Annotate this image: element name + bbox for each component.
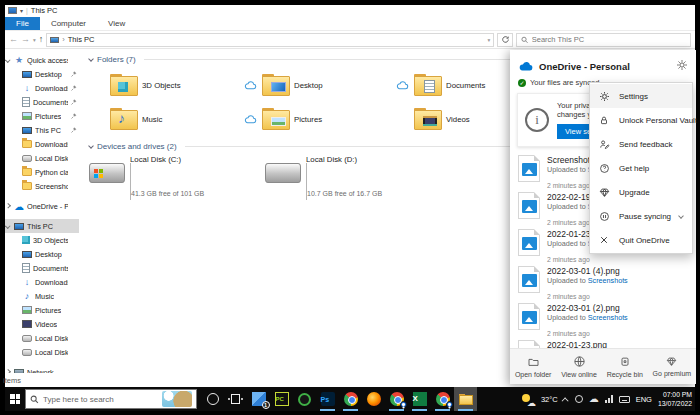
sidebar-item-label: Videos [35, 320, 57, 329]
sidebar-item-onedrive-personal[interactable]: OneDrive - Personal [5, 199, 79, 213]
taskbar-task-view-button[interactable] [224, 387, 247, 411]
tree-chevron-icon[interactable] [5, 223, 10, 228]
submenu-chevron-icon [678, 213, 684, 219]
menu-item-quit-onedrive[interactable]: Quit OneDrive [590, 228, 692, 252]
sidebar-item-screenshots[interactable]: Screenshots [5, 179, 79, 193]
activity-item[interactable]: 2022-03-01 (4).png Uploaded to Screensho… [510, 261, 696, 298]
action-view-online[interactable]: View online [561, 355, 597, 378]
search-highlight-graphic[interactable] [162, 391, 192, 407]
taskbar-pc-app[interactable]: PC [270, 387, 293, 411]
sidebar-item-quick-access[interactable]: Quick access [5, 53, 79, 67]
address-dropdown-icon[interactable]: ▾ [488, 37, 491, 43]
folder-tile-pictures[interactable]: Pictures [241, 102, 393, 136]
onedrive-settings-gear[interactable] [676, 57, 688, 75]
collapse-chevron-icon[interactable] [88, 143, 94, 149]
sidebar-item-downloads[interactable]: Downloads [5, 81, 79, 95]
search-icon [521, 36, 528, 44]
ribbon-tab-file[interactable]: File [5, 17, 40, 30]
action-open-folder[interactable]: Open folder [515, 356, 552, 378]
drive-tile-local-disk-d[interactable]: Local Disk (D:) 10.7 GB free of 16.7 GB [265, 155, 441, 200]
onedrive-tray-icon[interactable]: ☁ [589, 394, 599, 404]
quick-access-toolbar-dropdown[interactable]: ▾ [20, 7, 23, 14]
cloud-sync-icon [244, 80, 257, 90]
weather-icon[interactable] [522, 394, 535, 405]
screenshots-link[interactable]: Screenshots [588, 313, 628, 322]
start-button[interactable] [5, 387, 25, 411]
show-hidden-icons-chevron[interactable] [561, 397, 568, 404]
breadcrumb[interactable]: This PC [68, 35, 95, 44]
pin-icon [71, 84, 77, 93]
address-bar[interactable]: › This PC ▾ [46, 33, 494, 47]
folder-tile-3d-objects[interactable]: 3D Objects [89, 68, 241, 102]
sidebar-item-local-disk-d[interactable]: Local Disk (D:) [5, 345, 79, 359]
sidebar-item-desktop[interactable]: Desktop [5, 247, 79, 261]
sidebar-item-pictures[interactable]: Pictures [5, 303, 79, 317]
action-go-premium[interactable]: Go premium [653, 356, 692, 377]
tree-chevron-icon[interactable] [5, 203, 10, 208]
explorer-search-input[interactable] [532, 35, 686, 44]
forward-button[interactable]: → [21, 35, 30, 44]
sidebar-item-network[interactable]: Network [5, 365, 79, 373]
folder-name: Documents [446, 81, 485, 90]
sidebar-item-label: Desktop [35, 70, 62, 79]
sidebar-item-label: Local Disk (D:) [35, 348, 68, 357]
refresh-button[interactable] [497, 33, 513, 47]
sidebar-item-videos[interactable]: Videos [5, 317, 79, 331]
taskbar-chrome[interactable] [339, 387, 362, 411]
sidebar-item-music[interactable]: Music [5, 289, 79, 303]
folder-tile-music[interactable]: ♪ Music [89, 102, 241, 136]
menu-item-pause-syncing[interactable]: Pause syncing [590, 204, 692, 228]
sidebar-item-downloads[interactable]: Downloads [5, 137, 79, 151]
tree-chevron-icon[interactable] [5, 57, 10, 62]
temperature[interactable]: 32°C [541, 395, 558, 404]
sidebar-item-python-class[interactable]: Python class [5, 165, 79, 179]
action-recycle-bin[interactable]: Recycle bin [607, 355, 643, 378]
clock[interactable]: 07:00 PM 13/07/2022 [658, 390, 692, 408]
menu-item-send-feedback[interactable]: Send feedback [590, 132, 692, 156]
tray-app-icon[interactable] [575, 395, 583, 403]
language-indicator[interactable]: ENG [636, 395, 652, 404]
menu-item-unlock-personal-vault[interactable]: Unlock Personal Vault [590, 108, 692, 132]
taskbar-search-box[interactable] [25, 389, 197, 409]
folders-group-label: Folders (7) [97, 55, 136, 64]
sidebar-item-this-pc[interactable]: This PC [5, 123, 79, 137]
network-icon[interactable] [605, 395, 613, 403]
explorer-search-box[interactable] [516, 33, 691, 47]
drive-free-space: 41.3 GB free of 101 GB [131, 190, 204, 197]
sidebar-item-icon [22, 182, 32, 190]
taskbar-search-input[interactable] [43, 395, 158, 404]
recent-locations-dropdown[interactable]: ▾ [33, 37, 36, 43]
touch-keyboard-icon[interactable] [619, 396, 630, 403]
taskbar-excel[interactable]: X [408, 387, 431, 411]
taskbar-file-explorer[interactable] [454, 387, 477, 411]
uploaded-to-text: Uploaded to [547, 165, 586, 174]
sidebar-item-local-disk-c[interactable]: Local Disk (C:) [5, 331, 79, 345]
taskbar-mail-app[interactable]: 1 [247, 387, 270, 411]
taskbar-chrome-profile[interactable] [385, 387, 408, 411]
back-button[interactable]: ← [9, 35, 18, 44]
sidebar-item-desktop[interactable]: Desktop [5, 67, 79, 81]
screenshots-link[interactable]: Screenshots [588, 276, 628, 285]
sidebar-item-pictures[interactable]: Pictures [5, 109, 79, 123]
sidebar-item-documents[interactable]: Documents [5, 95, 79, 109]
sidebar-item-this-pc[interactable]: This PC [5, 219, 79, 233]
up-button[interactable]: ↑ [39, 35, 44, 44]
folder-tile-desktop[interactable]: Desktop [241, 68, 393, 102]
menu-item-upgrade[interactable]: Upgrade [590, 180, 692, 204]
taskbar-photoshop[interactable]: Ps [316, 387, 339, 411]
ribbon-tab-computer[interactable]: Computer [40, 17, 97, 30]
menu-item-settings[interactable]: Settings [590, 84, 692, 108]
taskbar-chrome-profile-2[interactable] [431, 387, 454, 411]
sidebar-item-documents[interactable]: Documents [5, 261, 79, 275]
taskbar-firefox[interactable] [362, 387, 385, 411]
taskbar-recorder-app[interactable] [293, 387, 316, 411]
sidebar-item-3d-objects[interactable]: 3D Objects [5, 233, 79, 247]
drive-tile-local-disk-c[interactable]: Local Disk (C:) 41.3 GB free of 101 GB [89, 155, 265, 200]
sidebar-item-local-disk-d[interactable]: Local Disk (D:) [5, 151, 79, 165]
sidebar-item-downloads[interactable]: Downloads [5, 275, 79, 289]
ribbon-tab-view[interactable]: View [97, 17, 136, 30]
menu-item-get-help[interactable]: Get help [590, 156, 692, 180]
activity-item[interactable]: 2022-03-01 (2).png Uploaded to Screensho… [510, 298, 696, 335]
taskbar-cortana-button[interactable] [201, 387, 224, 411]
collapse-chevron-icon[interactable] [88, 56, 94, 62]
